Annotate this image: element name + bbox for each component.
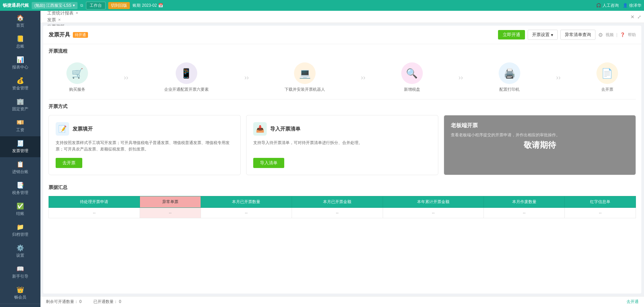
- period-label: 账期: [133, 3, 141, 8]
- page-title-area: 发票开具 待开通: [49, 31, 88, 38]
- col-header-red_info: 红字信息单: [565, 196, 636, 208]
- sidebar-item-guide[interactable]: 📖 新手引导: [0, 262, 40, 283]
- col-header-month_void: 本月作废数量: [484, 196, 565, 208]
- cell-red_info: --: [565, 208, 636, 218]
- top-bar-left: 畅捷通易代账 (勉励) 江西服宝-LSS ▾ ⧉ 工作台 切到旧版 账期 202…: [3, 2, 163, 9]
- card-title-import: 导入开票清单: [270, 126, 300, 132]
- restore-icon[interactable]: ⤢: [637, 14, 641, 20]
- avatar-icon: 👤: [623, 3, 628, 8]
- sidebar-label-assets: 固定资产: [12, 106, 28, 112]
- sidebar-item-checkout[interactable]: ✅ 结账: [0, 199, 40, 220]
- sidebar-item-assets[interactable]: 🏢 固定资产: [0, 94, 40, 115]
- close-tab-icon[interactable]: ✕: [631, 14, 635, 20]
- col-header-pending: 待处理开票申请: [49, 196, 140, 208]
- tab-close-salary_report[interactable]: ✕: [75, 11, 79, 15]
- sidebar-item-tax[interactable]: 📑 税务管理: [0, 178, 40, 199]
- card-desc-manual: 支持按照发票样式手工填写开发票；可开具增值税电子普通发票、增值税普通发票、增值税…: [56, 140, 234, 152]
- workspace-button[interactable]: 工作台: [86, 2, 106, 9]
- open-now-button[interactable]: 立即开通: [498, 30, 525, 39]
- sidebar-item-member[interactable]: 👑 畅会员: [0, 283, 40, 304]
- step-open_invoice[interactable]: 📄 去开票: [596, 62, 618, 92]
- sidebar-item-funds[interactable]: 💰 资金管理: [0, 74, 40, 94]
- copy-icon: ⧉: [80, 3, 83, 8]
- step-arrow-1: ››: [244, 74, 249, 81]
- sidebar-bottom: 📌 取消固定: [0, 304, 40, 307]
- calendar-icon[interactable]: 📅: [158, 3, 163, 8]
- process-steps: 🛒 购买服务 ›› 📱 企业开通配置开票六要素 ›› 💻 下载并安装开票机器人 …: [49, 60, 636, 95]
- period-tag: 账期 2023-02 📅: [133, 3, 163, 8]
- assets-icon: 🏢: [17, 98, 24, 105]
- sidebar-label-member: 畅会员: [14, 295, 26, 300]
- tab-bar: 首页工资表✕工资统计报表✕发票✕发票测算✕发票开具✕ ✕ ⤢: [40, 11, 644, 23]
- sidebar-item-invoice[interactable]: 🧾 发票管理: [0, 136, 40, 157]
- method-card-manual: 📝 发票填开 支持按照发票样式手工填写开发票；可开具增值税电子普通发票、增值税普…: [49, 115, 241, 175]
- tab-invoice_list[interactable]: 发票✕: [43, 17, 83, 24]
- summary-table: 待处理开票申请异常单票本月已开票数量本月已开票金额本年累计开票金额本月作废数量红…: [49, 196, 636, 218]
- payroll-icon: 💴: [17, 119, 24, 126]
- app-layout: 🏠 首页 📒 总账 📊 报表中心 💰 资金管理 🏢 固定资产 💴 工资 🧾 发票…: [0, 11, 644, 307]
- checkout-icon: ✅: [17, 202, 24, 210]
- card-btn-manual[interactable]: 去开票: [56, 158, 82, 168]
- step-add_taxdisk[interactable]: 🔍 新增税盘: [401, 62, 423, 92]
- card-header-manual: 📝 发票填开: [56, 122, 234, 136]
- sidebar-item-ledger[interactable]: 📒 总账: [0, 32, 40, 53]
- sidebar-label-archive: 归档管理: [12, 232, 28, 238]
- cell-abnormal: --: [140, 208, 201, 218]
- sidebar-item-purchase[interactable]: 📋 进销台账: [0, 157, 40, 178]
- sidebar-label-payroll: 工资: [16, 127, 24, 133]
- sidebar-item-archive[interactable]: 📁 归档管理: [0, 220, 40, 241]
- reports-icon: 📊: [17, 56, 24, 63]
- sidebar-item-reports[interactable]: 📊 报表中心: [0, 53, 40, 74]
- top-bar: 畅捷通易代账 (勉励) 江西服宝-LSS ▾ ⧉ 工作台 切到旧版 账期 202…: [0, 0, 644, 11]
- step-icon-enterprise_open: 📱: [176, 62, 197, 84]
- go-open-link[interactable]: 去开通: [626, 299, 639, 305]
- card-btn-import[interactable]: 导入清单: [253, 158, 284, 168]
- step-buy_service[interactable]: 🛒 购买服务: [66, 62, 88, 92]
- sidebar-item-settings[interactable]: ⚙️ 设置: [0, 241, 40, 262]
- sidebar-label-reports: 报表中心: [12, 64, 28, 70]
- cell-month_void: --: [484, 208, 565, 218]
- col-header-month_amount: 本月已开票金额: [292, 196, 383, 208]
- sidebar-item-payroll[interactable]: 💴 工资: [0, 115, 40, 136]
- step-config_printer[interactable]: 🖨️ 配置打印机: [499, 62, 520, 92]
- cell-month_amount: --: [292, 208, 383, 218]
- tab-close-invoice_list[interactable]: ✕: [57, 18, 61, 22]
- col-header-year_amount: 本年累计开票金额: [383, 196, 484, 208]
- tab-salary_report[interactable]: 工资统计报表✕: [43, 11, 83, 17]
- user-profile[interactable]: 👤 徐泽华: [623, 3, 641, 8]
- divider: |: [616, 32, 617, 37]
- card-title-manual: 发票填开: [72, 126, 93, 132]
- tab-label-salary_report: 工资统计报表: [47, 11, 74, 16]
- home-icon: 🏠: [17, 14, 24, 22]
- help-icon[interactable]: ❓: [620, 32, 625, 37]
- page-title: 发票开具: [49, 31, 70, 38]
- methods-section: 开票方式 📝 发票填开 支持按照发票样式手工填写开发票；可开具增值税电子普通发票…: [43, 100, 641, 185]
- service-button[interactable]: 🎧 人工咨询: [596, 3, 619, 8]
- headset-icon: 🎧: [596, 3, 601, 8]
- help-label[interactable]: 帮助: [628, 32, 636, 38]
- abnormal-query-button[interactable]: 异常清单查询: [560, 30, 595, 40]
- sidebar-item-home[interactable]: 🏠 首页: [0, 11, 40, 32]
- company-selector[interactable]: (勉励) 江西服宝-LSS ▾: [32, 2, 78, 9]
- sidebar-label-purchase: 进销台账: [12, 169, 28, 175]
- process-title: 开票流程: [49, 48, 636, 54]
- step-arrow-4: ››: [556, 74, 560, 81]
- step-icon-add_taxdisk: 🔍: [401, 62, 423, 84]
- step-enterprise_open[interactable]: 📱 企业开通配置开票六要素: [164, 62, 209, 92]
- cell-pending: --: [49, 208, 140, 218]
- tab-label-invoice_list: 发票: [47, 17, 56, 23]
- settings-icon[interactable]: ⚙: [598, 32, 603, 38]
- sidebar-label-checkout: 结账: [16, 211, 24, 217]
- step-download_robot[interactable]: 💻 下载并安装开票机器人: [285, 62, 325, 92]
- card-action-manual: 去开票: [56, 158, 234, 168]
- period-value: 2023-02: [142, 3, 157, 8]
- step-icon-download_robot: 💻: [294, 62, 316, 84]
- settings-icon: ⚙️: [17, 244, 24, 252]
- view-label[interactable]: 视频: [606, 32, 614, 38]
- main-content: 首页工资表✕工资统计报表✕发票✕发票测算✕发票开具✕ ✕ ⤢ 发票开具 待开通 …: [40, 11, 644, 307]
- archive-icon: 📁: [17, 223, 24, 231]
- open-settings-button[interactable]: 开票设置 ▾: [528, 30, 558, 40]
- old-version-button[interactable]: 切到旧版: [108, 2, 130, 9]
- sidebar-label-settings: 设置: [16, 253, 24, 258]
- step-arrow-0: ››: [124, 74, 128, 81]
